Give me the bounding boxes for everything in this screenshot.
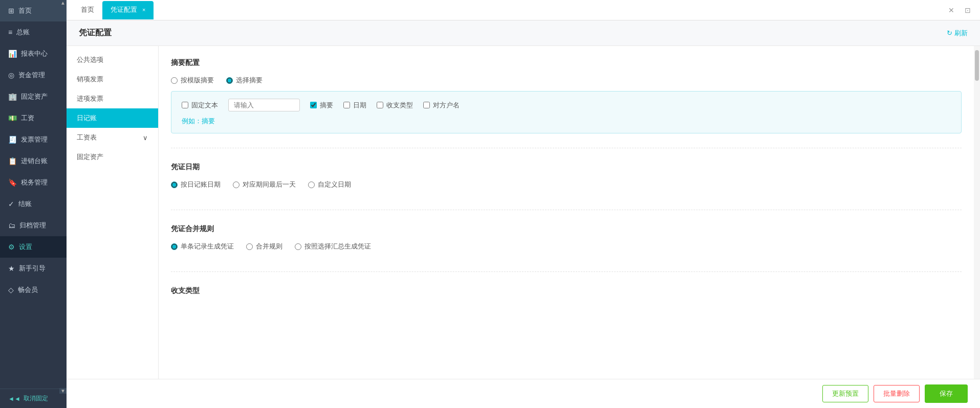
checkbox-income-type-label: 收支类型 bbox=[386, 101, 413, 110]
sidebar-item-close-books[interactable]: ✓ 结账 bbox=[0, 193, 67, 215]
checkbox-fixed-text-input[interactable] bbox=[182, 102, 188, 108]
sidebar-item-assets[interactable]: 🏢 固定资产 bbox=[0, 86, 67, 107]
checkbox-date[interactable]: 日期 bbox=[343, 101, 366, 110]
tab-active-label: 凭证配置 bbox=[111, 5, 137, 14]
checkbox-date-input[interactable] bbox=[343, 102, 350, 108]
assets-icon: 🏢 bbox=[8, 93, 17, 101]
radio-template-summary-input[interactable] bbox=[171, 77, 178, 84]
radio-template-summary-label: 按模版摘要 bbox=[181, 76, 214, 85]
radio-select-summary-input[interactable] bbox=[226, 77, 233, 84]
scrollbar-track[interactable] bbox=[974, 46, 980, 379]
sidebar-label: 资金管理 bbox=[18, 71, 45, 80]
tab-home-label: 首页 bbox=[81, 6, 94, 13]
sidebar-item-archive[interactable]: 🗂 归档管理 bbox=[0, 215, 67, 236]
checkbox-income-type[interactable]: 收支类型 bbox=[377, 101, 413, 110]
chevron-down-icon: ∨ bbox=[143, 134, 148, 142]
radio-custom-date-input[interactable] bbox=[308, 182, 315, 188]
tax-icon: 🔖 bbox=[8, 178, 17, 187]
sidebar-label: 税务管理 bbox=[21, 178, 48, 187]
radio-journal-date-label: 按日记账日期 bbox=[181, 180, 221, 189]
sidebar-label: 固定资产 bbox=[21, 92, 48, 101]
sidebar-scroll-up[interactable]: ▲ bbox=[59, 0, 67, 6]
checkbox-income-type-input[interactable] bbox=[377, 102, 383, 108]
sidebar-label: 报表中心 bbox=[21, 49, 48, 58]
summary-options-box: 固定文本 摘要 日期 bbox=[171, 91, 962, 133]
sidebar-item-ledger[interactable]: ≡ 总账 bbox=[0, 21, 67, 43]
sidebar-label: 进销台账 bbox=[21, 156, 48, 166]
sidebar-item-guide[interactable]: ★ 新手引导 bbox=[0, 258, 67, 279]
cancel-fixed-label: 取消固定 bbox=[24, 394, 48, 403]
sidebar-item-tax[interactable]: 🔖 税务管理 bbox=[0, 172, 67, 193]
refresh-label: 刷新 bbox=[954, 29, 968, 38]
refresh-button[interactable]: ↻ 刷新 bbox=[947, 29, 968, 38]
checkbox-fixed-text[interactable]: 固定文本 bbox=[182, 101, 218, 110]
sidebar-item-purchase-sales[interactable]: 📋 进销台账 bbox=[0, 150, 67, 172]
left-nav-item-fixed-assets[interactable]: 固定资产 bbox=[67, 147, 158, 167]
left-nav-label: 固定资产 bbox=[77, 152, 103, 162]
sidebar-item-invoice[interactable]: 🧾 发票管理 bbox=[0, 129, 67, 150]
left-nav-label: 工资表 bbox=[77, 133, 97, 142]
left-nav-item-payroll[interactable]: 工资表 ∨ bbox=[67, 128, 158, 147]
sidebar-label: 结账 bbox=[18, 199, 32, 209]
radio-single-record-label: 单条记录生成凭证 bbox=[181, 242, 234, 251]
left-nav-item-public[interactable]: 公共选项 bbox=[67, 50, 158, 70]
left-nav-item-sales-invoice[interactable]: 销项发票 bbox=[67, 70, 158, 89]
scrollbar-thumb[interactable] bbox=[975, 50, 979, 81]
invoice-icon: 🧾 bbox=[8, 135, 17, 144]
radio-custom-date-label: 自定义日期 bbox=[318, 180, 351, 189]
update-preview-button[interactable]: 更新预置 bbox=[822, 385, 868, 402]
main-area: 首页 凭证配置 × ✕ ⊡ 凭证配置 ↻ 刷新 公共选项 bbox=[67, 0, 980, 408]
left-nav-item-purchase-invoice[interactable]: 进项发票 bbox=[67, 89, 158, 108]
section-income-title: 收支类型 bbox=[171, 286, 962, 296]
tab-restore-window[interactable]: ⊡ bbox=[962, 5, 974, 15]
radio-merge-rule-input[interactable] bbox=[246, 243, 253, 250]
sidebar-item-home[interactable]: ⊞ 首页 bbox=[0, 0, 67, 21]
batch-delete-button[interactable]: 批量删除 bbox=[874, 385, 920, 402]
save-button[interactable]: 保存 bbox=[925, 384, 968, 403]
sidebar-item-reports[interactable]: 📊 报表中心 bbox=[0, 43, 67, 64]
checkbox-counterpart-name-label: 对方户名 bbox=[433, 101, 460, 110]
section-merge-title: 凭证合并规则 bbox=[171, 224, 962, 234]
radio-merge-rule[interactable]: 合并规则 bbox=[246, 242, 282, 251]
date-radio-group: 按日记账日期 对应期间最后一天 自定义日期 bbox=[171, 180, 962, 189]
tab-close-window[interactable]: ✕ bbox=[945, 5, 957, 15]
right-content: 摘要配置 按模版摘要 选择摘要 bbox=[159, 46, 974, 379]
checkbox-counterpart-name[interactable]: 对方户名 bbox=[423, 101, 460, 110]
sidebar-item-member[interactable]: ◇ 畅会员 bbox=[0, 279, 67, 301]
sidebar-item-salary[interactable]: 💵 工资 bbox=[0, 107, 67, 129]
radio-period-last-day[interactable]: 对应期间最后一天 bbox=[233, 180, 296, 189]
radio-period-last-day-input[interactable] bbox=[233, 182, 239, 188]
sidebar-item-funds[interactable]: ◎ 资金管理 bbox=[0, 64, 67, 86]
radio-journal-date[interactable]: 按日记账日期 bbox=[171, 180, 221, 189]
radio-summary-generate[interactable]: 按照选择汇总生成凭证 bbox=[295, 242, 371, 251]
checkbox-summary[interactable]: 摘要 bbox=[310, 101, 333, 110]
tab-close-icon[interactable]: × bbox=[142, 7, 145, 13]
sidebar-item-settings[interactable]: ⚙ 设置 bbox=[0, 236, 67, 258]
radio-custom-date[interactable]: 自定义日期 bbox=[308, 180, 351, 189]
tab-bar: 首页 凭证配置 × ✕ ⊡ bbox=[67, 0, 980, 20]
radio-journal-date-input[interactable] bbox=[171, 182, 178, 188]
radio-select-summary[interactable]: 选择摘要 bbox=[226, 76, 263, 85]
radio-summary-generate-input[interactable] bbox=[295, 243, 301, 250]
section-voucher-date: 凭证日期 按日记账日期 对应期间最后一天 自定义日期 bbox=[171, 163, 962, 210]
sidebar-label: 工资 bbox=[21, 114, 34, 123]
sidebar-label: 设置 bbox=[19, 242, 32, 252]
radio-single-record-input[interactable] bbox=[171, 243, 178, 250]
sidebar-cancel-fixed[interactable]: ◄◄ 取消固定 bbox=[0, 389, 67, 408]
left-nav-item-journal[interactable]: 日记账 bbox=[67, 108, 158, 128]
tab-voucher-config[interactable]: 凭证配置 × bbox=[102, 1, 154, 19]
ledger-icon: ≡ bbox=[8, 28, 12, 36]
section-date-title: 凭证日期 bbox=[171, 163, 962, 172]
radio-template-summary[interactable]: 按模版摘要 bbox=[171, 76, 214, 85]
settings-icon: ⚙ bbox=[8, 243, 15, 251]
bottom-bar: 更新预置 批量删除 保存 bbox=[67, 379, 980, 408]
sidebar-scroll-down[interactable]: ▼ bbox=[59, 388, 67, 394]
summary-checkbox-row: 固定文本 摘要 日期 bbox=[182, 99, 951, 111]
pin-icon: ◄◄ bbox=[8, 395, 20, 402]
left-nav-label: 日记账 bbox=[77, 114, 97, 123]
fixed-text-input[interactable] bbox=[228, 99, 300, 111]
tab-home[interactable]: 首页 bbox=[73, 1, 102, 19]
checkbox-counterpart-name-input[interactable] bbox=[423, 102, 430, 108]
checkbox-summary-input[interactable] bbox=[310, 102, 317, 108]
radio-single-record[interactable]: 单条记录生成凭证 bbox=[171, 242, 234, 251]
